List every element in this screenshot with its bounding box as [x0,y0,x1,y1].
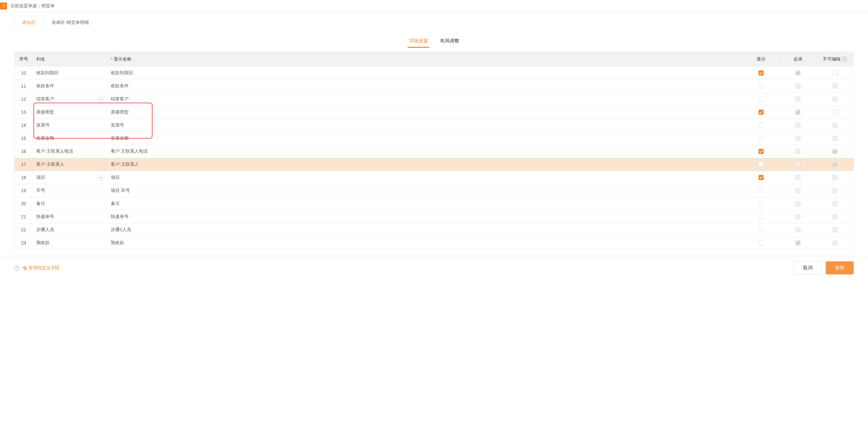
checkbox-show[interactable] [758,70,764,76]
table-row[interactable]: 13票据类型票据类型 [14,106,854,119]
cell-required [779,80,816,92]
cell-display[interactable]: 客户.主联系人电话 [107,145,743,158]
cell-display[interactable]: 步骤1人员 [107,223,743,236]
header-seq: 序号 [14,52,32,67]
help-icon[interactable]: ? [14,265,20,270]
cell-name: 收款到期日 [32,67,107,79]
cell-show [743,236,779,249]
footer-right: 取消 保存 [794,261,854,275]
cell-display[interactable]: 备注 [107,197,743,210]
checkbox-locked[interactable] [832,110,837,115]
cell-name: 预收款 [32,236,107,249]
add-sub-field-button[interactable]: + [97,96,104,102]
checkbox-locked [832,214,837,219]
cell-display[interactable]: 结算客户 [107,93,743,106]
checkbox-show[interactable] [758,227,764,232]
checkbox-required [796,149,801,154]
table-row[interactable]: 17客户.主联系人客户.主联系人 [14,158,854,171]
cell-show [743,93,779,106]
cell-name: 结算客户+ [32,93,107,106]
cell-display[interactable]: 收款到期日 [107,67,743,79]
checkbox-show[interactable] [758,175,764,180]
checkbox-show[interactable] [758,149,764,154]
checkbox-required [796,70,801,76]
table-row[interactable]: 20备注备注 [14,197,854,210]
checkbox-show[interactable] [758,84,764,89]
checkbox-required [796,214,801,219]
cell-display[interactable]: 项目.车号 [107,184,743,197]
tab-sub-0[interactable]: 字段设置 [408,35,429,48]
cell-show [743,145,779,158]
gear-icon [23,266,27,270]
cell-display[interactable]: 发票号 [107,119,743,132]
cell-name: 快递单号 [32,210,107,223]
cell-show [743,223,779,236]
cell-display[interactable]: 项目 [107,171,743,184]
checkbox-required [796,227,801,232]
table-row[interactable]: 11收款条件收款条件 [14,80,854,93]
checkbox-locked[interactable] [832,70,837,76]
cell-show [743,106,779,119]
checkbox-show[interactable] [758,214,764,219]
tab-main-1[interactable]: 表体区-销货单明细 [43,16,97,30]
cell-display[interactable]: 快递单号 [107,210,743,223]
table-row[interactable]: 18项目+项目 [14,171,854,184]
header-display-name-text: 显示名称 [114,56,131,62]
checkbox-show[interactable] [758,201,764,206]
field-table: 序号 列名 * 显示名称 显示 必录 不可编辑 ? 10收款到期日收款到期日11… [14,52,854,250]
add-sub-field-button[interactable]: + [97,174,104,181]
checkbox-show[interactable] [758,110,764,115]
cell-seq: 10 [14,67,32,79]
cell-name: 发票金额 [32,132,107,145]
cell-display[interactable]: 发票金额 [107,132,743,145]
header-prefix: 当前设置单据： [10,3,41,9]
checkbox-show[interactable] [758,96,764,102]
cancel-button[interactable]: 取消 [794,261,822,275]
table-row[interactable]: 10收款到期日收款到期日 [14,67,854,80]
cell-locked [816,145,854,158]
chevron-double-right-icon [1,4,6,8]
table-row[interactable]: 22步骤人员步骤1人员 [14,223,854,236]
header-locked: 不可编辑 ? [816,52,854,67]
table-row[interactable]: 12结算客户+结算客户 [14,93,854,106]
cell-display[interactable]: 预收款 [107,236,743,249]
cell-required [779,145,816,158]
help-icon[interactable]: ? [842,57,847,62]
checkbox-show[interactable] [758,188,764,193]
checkbox-required [796,136,801,141]
cell-locked [816,132,854,145]
table-row[interactable]: 15发票金额发票金额 [14,132,854,145]
cell-display[interactable]: 客户.主联系人 [107,158,743,171]
table-row[interactable]: 23预收款预收款 [14,236,854,249]
cell-locked [816,67,854,79]
checkbox-show[interactable] [758,162,764,167]
cell-seq: 15 [14,132,32,145]
cell-locked [816,80,854,92]
cell-seq: 11 [14,80,32,92]
table-row[interactable]: 16客户.主联系人电话客户.主联系人电话 [14,145,854,158]
checkbox-locked [832,240,837,246]
checkbox-locked [832,175,837,180]
cell-seq: 22 [14,223,32,236]
cell-show [743,210,779,223]
header-display-name: * 显示名称 [107,52,743,67]
tab-sub-1[interactable]: 布局调整 [439,35,460,48]
cell-required [779,236,816,249]
cell-locked [816,171,854,184]
table-row[interactable]: 19车号项目.车号 [14,184,854,197]
tab-main-0[interactable]: 表头区 [14,16,43,30]
checkbox-show[interactable] [758,136,764,141]
checkbox-required [796,201,801,206]
save-button[interactable]: 保存 [826,261,854,275]
cell-display[interactable]: 收款条件 [107,80,743,92]
footer-left: ? 管理自定义字段 [14,265,60,271]
table-row[interactable]: 21快递单号快递单号 [14,210,854,223]
table-row[interactable]: 14发票号发票号 [14,119,854,132]
expand-panel-button[interactable] [0,3,7,9]
checkbox-show[interactable] [758,123,764,128]
cell-name: 票据类型 [32,106,107,119]
checkbox-show[interactable] [758,240,764,246]
manage-custom-fields-link[interactable]: 管理自定义字段 [23,265,60,271]
cell-seq: 16 [14,145,32,158]
cell-display[interactable]: 票据类型 [107,106,743,119]
